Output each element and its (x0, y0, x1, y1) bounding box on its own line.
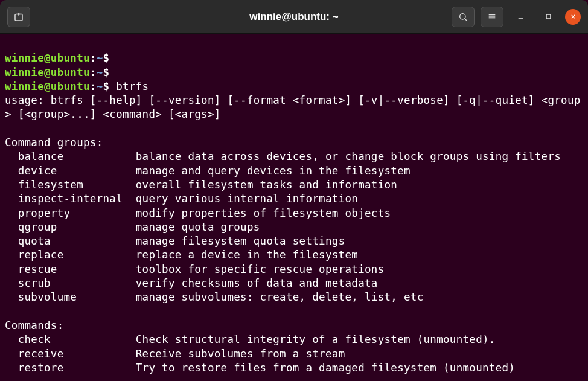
prompt-dollar: $ (103, 66, 110, 78)
prompt-colon: : (90, 52, 97, 64)
commands-header: Commands: (5, 319, 64, 331)
search-button[interactable] (452, 7, 475, 27)
prompt-dollar: $ (103, 52, 110, 64)
titlebar: winnie@ubuntu: ~ (0, 0, 588, 34)
search-icon (458, 12, 468, 22)
group-device: device manage and query devices in the f… (5, 165, 411, 177)
group-qgroup: qgroup manage quota groups (5, 221, 260, 233)
prompt-user: winnie@ubuntu (5, 80, 90, 92)
minimize-button[interactable] (513, 9, 528, 25)
prompt-line-3: winnie@ubuntu:~$ btrfs (5, 80, 149, 92)
command-restore: restore Try to restore files from a dama… (5, 362, 515, 374)
group-subvolume: subvolume manage subvolumes: create, del… (5, 291, 424, 303)
close-button[interactable] (565, 9, 581, 25)
group-quota: quota manage filesystem quota settings (5, 235, 345, 247)
hamburger-icon (487, 12, 497, 22)
usage-line: usage: btrfs [--help] [--version] [--for… (5, 94, 581, 120)
maximize-icon (545, 13, 552, 21)
prompt-user: winnie@ubuntu (5, 52, 90, 64)
minimize-icon (517, 13, 525, 21)
prompt-path: ~ (97, 80, 103, 92)
command-groups-header: Command groups: (5, 136, 103, 149)
window-title: winnie@ubuntu: ~ (249, 11, 338, 23)
cmd-btrfs: btrfs (109, 80, 149, 92)
group-balance: balance balance data across devices, or … (5, 150, 561, 162)
group-rescue: rescue toolbox for specific rescue opera… (5, 263, 384, 275)
prompt-colon: : (90, 66, 97, 78)
svg-line-4 (465, 18, 467, 20)
prompt-path: ~ (97, 52, 103, 64)
prompt-path: ~ (97, 66, 103, 78)
prompt-user: winnie@ubuntu (5, 66, 90, 78)
group-replace: replace replace a device in the filesyst… (5, 249, 358, 261)
svg-point-3 (460, 13, 465, 19)
close-icon (570, 13, 577, 20)
prompt-line-2: winnie@ubuntu:~$ (5, 66, 116, 78)
group-inspect-internal: inspect-internal query various internal … (5, 193, 358, 205)
group-scrub: scrub verify checksums of data and metad… (5, 277, 378, 289)
svg-rect-9 (546, 14, 551, 19)
titlebar-right-controls (452, 7, 581, 27)
new-tab-icon (13, 11, 24, 22)
prompt-colon: : (90, 80, 97, 92)
cmd-empty-2 (109, 66, 116, 78)
group-filesystem: filesystem overall filesystem tasks and … (5, 179, 397, 191)
cmd-empty-1 (109, 52, 116, 64)
prompt-dollar: $ (103, 80, 110, 92)
prompt-line-1: winnie@ubuntu:~$ (5, 52, 116, 64)
menu-button[interactable] (481, 7, 503, 27)
maximize-button[interactable] (540, 9, 556, 25)
group-property: property modify properties of filesystem… (5, 207, 391, 219)
new-tab-button[interactable] (7, 7, 30, 27)
command-receive: receive Receive subvolumes from a stream (5, 348, 345, 360)
command-check: check Check structural integrity of a fi… (5, 333, 496, 345)
terminal-output[interactable]: winnie@ubuntu:~$ winnie@ubuntu:~$ winnie… (0, 34, 588, 375)
